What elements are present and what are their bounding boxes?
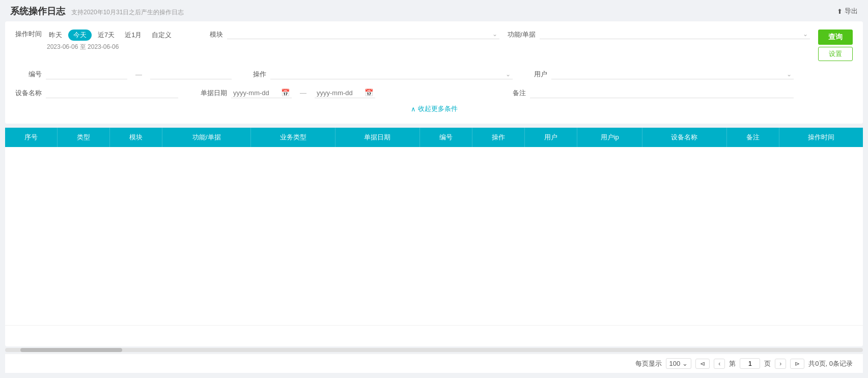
next-page-button[interactable]: › xyxy=(775,359,786,369)
operation-label: 操作 xyxy=(240,70,266,79)
last-page-button[interactable]: ⊳ xyxy=(790,359,804,369)
function-label: 功能/单据 xyxy=(508,30,536,39)
page-size-chevron-icon: ⌄ xyxy=(682,360,688,367)
col-business-type: 业务类型 xyxy=(251,128,335,147)
calendar-end-icon[interactable]: 📅 xyxy=(365,89,373,97)
export-button[interactable]: ⬆ 导出 xyxy=(837,7,858,16)
date-start-wrap: 📅 xyxy=(231,88,292,98)
collapse-label: 收起更多条件 xyxy=(418,104,458,113)
settings-button[interactable]: 设置 xyxy=(818,47,853,61)
remark-input[interactable] xyxy=(530,88,794,98)
page-title: 系统操作日志 xyxy=(10,5,65,17)
number-dash: — xyxy=(135,71,142,78)
first-page-button[interactable]: ⊲ xyxy=(695,359,710,369)
per-page-label: 每页显示 xyxy=(635,359,662,368)
operation-chevron-icon: ⌄ xyxy=(506,71,511,78)
page-number-input[interactable] xyxy=(740,358,760,369)
operation-time-label: 操作时间 xyxy=(15,30,42,39)
action-buttons: 查询 设置 xyxy=(818,30,853,61)
time-btn-yesterday[interactable]: 昨天 xyxy=(45,30,66,41)
col-index: 序号 xyxy=(5,128,57,147)
col-module: 模块 xyxy=(109,128,162,147)
export-icon: ⬆ xyxy=(837,8,843,15)
page-size-value: 100 xyxy=(669,360,681,367)
export-label: 导出 xyxy=(845,7,858,16)
remark-label: 备注 xyxy=(499,89,526,98)
date-end-input[interactable] xyxy=(317,89,362,97)
col-user-ip: 用户ip xyxy=(577,128,642,147)
date-end-wrap: 📅 xyxy=(315,88,375,98)
col-device-name: 设备名称 xyxy=(642,128,726,147)
number-label: 编号 xyxy=(15,70,42,79)
col-remark: 备注 xyxy=(726,128,779,147)
time-btn-custom[interactable]: 自定义 xyxy=(148,30,176,41)
col-document-date: 单据日期 xyxy=(335,128,420,147)
page-label: 第 xyxy=(729,359,736,368)
data-table: 序号 类型 模块 功能/单据 业务类型 单据日期 编号 操作 用户 用户ip 设… xyxy=(5,128,863,326)
collapse-up-icon: ∧ xyxy=(411,105,416,113)
page-size-select[interactable]: 100 ⌄ xyxy=(666,358,692,369)
time-btn-1month[interactable]: 近1月 xyxy=(121,30,146,41)
time-btn-today[interactable]: 今天 xyxy=(68,30,92,41)
device-label: 设备名称 xyxy=(15,89,42,98)
col-function: 功能/单据 xyxy=(162,128,251,147)
table-wrapper: 序号 类型 模块 功能/单据 业务类型 单据日期 编号 操作 用户 用户ip 设… xyxy=(5,128,863,346)
table-body xyxy=(5,147,863,325)
function-chevron-icon: ⌄ xyxy=(803,31,808,38)
page-unit: 页 xyxy=(764,359,771,368)
filter-area: 操作时间 昨天 今天 近7天 近1月 自定义 2023-06-06 至 2023… xyxy=(5,21,863,124)
col-operation: 操作 xyxy=(472,128,524,147)
device-input[interactable] xyxy=(46,88,178,98)
time-filter-group: 昨天 今天 近7天 近1月 自定义 xyxy=(45,30,176,41)
number-start-input[interactable] xyxy=(46,69,127,79)
module-chevron-icon: ⌄ xyxy=(492,31,497,38)
date-range-display: 2023-06-06 至 2023-06-06 xyxy=(45,43,176,51)
calendar-start-icon[interactable]: 📅 xyxy=(281,89,290,97)
col-operation-time: 操作时间 xyxy=(779,128,863,147)
user-chevron-icon: ⌄ xyxy=(787,71,792,78)
function-select[interactable]: ⌄ xyxy=(540,30,810,39)
col-number: 编号 xyxy=(419,128,472,147)
user-select[interactable]: ⌄ xyxy=(551,70,794,79)
scroll-area[interactable] xyxy=(5,346,863,354)
operation-select[interactable]: ⌄ xyxy=(270,70,513,79)
module-select[interactable]: ⌄ xyxy=(227,30,499,39)
date-dash: — xyxy=(300,89,306,97)
col-user: 用户 xyxy=(525,128,577,147)
scroll-thumb[interactable] xyxy=(20,348,122,352)
user-label: 用户 xyxy=(521,70,547,79)
query-button[interactable]: 查询 xyxy=(818,30,853,45)
table-header-row: 序号 类型 模块 功能/单据 业务类型 单据日期 编号 操作 用户 用户ip 设… xyxy=(5,128,863,147)
collapse-button[interactable]: ∧ 收起更多条件 xyxy=(405,102,464,115)
pagination-bar: 每页显示 100 ⌄ ⊲ ‹ 第 页 › ⊳ 共0页, 0条记录 xyxy=(5,354,863,373)
scroll-track xyxy=(5,348,863,352)
date-start-input[interactable] xyxy=(233,89,279,97)
module-label: 模块 xyxy=(197,30,223,39)
total-info: 共0页, 0条记录 xyxy=(808,359,853,368)
prev-page-button[interactable]: ‹ xyxy=(714,359,725,369)
time-btn-7days[interactable]: 近7天 xyxy=(94,30,119,41)
page-subtitle: 支持2020年10月31日之后产生的操作日志 xyxy=(71,8,184,17)
document-date-label: 单据日期 xyxy=(197,89,227,98)
col-type: 类型 xyxy=(57,128,109,147)
number-end-input[interactable] xyxy=(150,69,232,79)
